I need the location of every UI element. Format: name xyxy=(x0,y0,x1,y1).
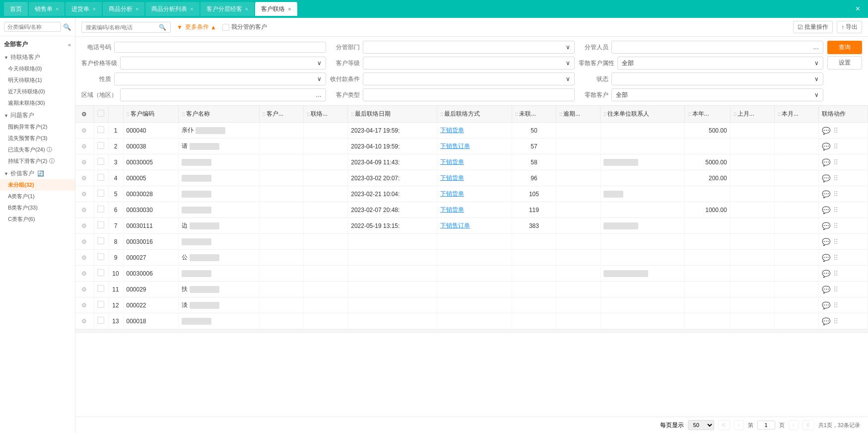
query-button[interactable]: 查询 xyxy=(827,41,862,54)
my-customers-check[interactable] xyxy=(222,24,229,31)
cell-settings[interactable]: ⚙ xyxy=(75,170,93,186)
cell-settings[interactable]: ⚙ xyxy=(75,234,93,250)
tab-customer-contact[interactable]: 客户联络 × xyxy=(255,2,297,16)
more-action-icon[interactable]: ⠿ xyxy=(833,254,838,262)
col-checkbox[interactable] xyxy=(93,106,108,123)
more-action-icon[interactable]: ⠿ xyxy=(833,238,838,246)
contact-method-link[interactable]: 下销售订单 xyxy=(440,222,470,229)
reset-button[interactable]: 设置 xyxy=(827,56,862,70)
filter-nature-select[interactable]: ∨ xyxy=(114,72,326,85)
contact-method-link[interactable]: 下销货单 xyxy=(440,174,464,181)
col-last-contact-method[interactable]: ::最后联络方式 xyxy=(437,106,512,123)
col-this-month[interactable]: ::本月... xyxy=(774,106,818,123)
page-size-select[interactable]: 50 100 200 xyxy=(688,420,714,430)
sidebar-item-churned[interactable]: 已流失客户(24) ⓘ xyxy=(0,144,75,155)
contact-method-link[interactable]: 下销售订单 xyxy=(440,143,470,149)
message-action-icon[interactable]: 💬 xyxy=(822,127,830,135)
cell-last-contact-method[interactable] xyxy=(437,266,512,282)
message-action-icon[interactable]: 💬 xyxy=(822,143,830,150)
tab-analysis[interactable]: 商品分析 × xyxy=(103,2,144,16)
row-settings-icon[interactable]: ⚙ xyxy=(81,143,87,150)
more-action-icon[interactable]: ⠿ xyxy=(833,174,838,182)
row-settings-icon[interactable]: ⚙ xyxy=(81,175,87,182)
cell-checkbox[interactable] xyxy=(93,266,108,282)
contact-method-link[interactable]: 下销货单 xyxy=(440,158,464,165)
message-action-icon[interactable]: 💬 xyxy=(822,254,830,262)
sidebar-group-problem[interactable]: ▼ 问题客户 xyxy=(0,109,75,121)
cell-checkbox[interactable] xyxy=(93,282,108,297)
cell-settings[interactable]: ⚙ xyxy=(75,250,93,266)
more-action-icon[interactable]: ⠿ xyxy=(833,286,838,293)
row-settings-icon[interactable]: ⚙ xyxy=(81,270,87,277)
row-checkbox[interactable] xyxy=(97,190,104,197)
window-close-button[interactable]: × xyxy=(852,4,864,13)
sidebar-item-declining[interactable]: 持续下滑客户(2) ⓘ xyxy=(0,155,75,167)
message-action-icon[interactable]: 💬 xyxy=(822,158,830,166)
tab-customer-segment[interactable]: 客户分层经客 × xyxy=(200,2,254,16)
cell-checkbox[interactable] xyxy=(93,202,108,218)
row-settings-icon[interactable]: ⚙ xyxy=(81,238,87,245)
horizontal-scrollbar[interactable] xyxy=(75,329,868,333)
row-settings-icon[interactable]: ⚙ xyxy=(81,191,87,198)
cell-checkbox[interactable] xyxy=(93,186,108,202)
cell-checkbox[interactable] xyxy=(93,170,108,186)
search-icon[interactable]: 🔍 xyxy=(159,24,166,31)
col-overdue[interactable]: ::逾期... xyxy=(556,106,601,123)
filter-retail-attr-select[interactable]: 全部 ∨ xyxy=(617,57,823,70)
tab-sales-close[interactable]: × xyxy=(56,6,59,12)
filter-dept-select[interactable]: ∨ xyxy=(363,41,575,54)
header-checkbox[interactable] xyxy=(97,110,104,117)
cell-settings[interactable]: ⚙ xyxy=(75,186,93,202)
cell-last-contact-method[interactable] xyxy=(437,282,512,297)
sidebar-group-value[interactable]: ▼ 价值客户 🔄 xyxy=(0,167,75,179)
filter-customer-level-select[interactable]: ∨ xyxy=(363,57,575,70)
filter-payment-select[interactable]: ∨ xyxy=(363,72,575,85)
tab-purchase-close[interactable]: × xyxy=(92,6,95,12)
message-action-icon[interactable]: 💬 xyxy=(822,301,830,309)
more-action-icon[interactable]: ⠿ xyxy=(833,158,838,166)
row-checkbox[interactable] xyxy=(97,269,104,276)
row-settings-icon[interactable]: ⚙ xyxy=(81,207,87,214)
all-customers-header[interactable]: 全部客户 « xyxy=(0,36,75,51)
message-action-icon[interactable]: 💬 xyxy=(822,317,830,325)
sidebar-item-class-a[interactable]: A类客户(1) xyxy=(0,191,75,202)
col-last-contact-date[interactable]: ::最后联络日期 xyxy=(348,106,437,123)
row-checkbox[interactable] xyxy=(97,142,104,149)
message-action-icon[interactable]: 💬 xyxy=(822,286,830,293)
cell-settings[interactable]: ⚙ xyxy=(75,266,93,282)
col-type[interactable]: ::客户... xyxy=(259,106,303,123)
row-settings-icon[interactable]: ⚙ xyxy=(81,286,87,293)
cell-settings[interactable]: ⚙ xyxy=(75,123,93,139)
prev-page-button[interactable]: ‹ xyxy=(734,420,744,430)
last-page-button[interactable]: K xyxy=(802,420,814,430)
cell-last-contact-method[interactable]: 下销货单 xyxy=(437,170,512,186)
contact-method-link[interactable]: 下销货单 xyxy=(440,206,464,213)
sidebar-collapse-icon[interactable]: « xyxy=(68,42,71,48)
col-last-month[interactable]: ::上月... xyxy=(730,106,774,123)
my-customers-checkbox[interactable]: 我分管的客户 xyxy=(222,23,267,31)
cell-checkbox[interactable] xyxy=(93,297,108,313)
tab-analysis-close[interactable]: × xyxy=(135,6,138,12)
cell-checkbox[interactable] xyxy=(93,250,108,266)
cell-last-contact-method[interactable] xyxy=(437,234,512,250)
more-action-icon[interactable]: ⠿ xyxy=(833,143,838,150)
cell-checkbox[interactable] xyxy=(93,313,108,329)
row-checkbox[interactable] xyxy=(97,174,104,181)
sidebar-item-class-b[interactable]: B类客户(33) xyxy=(0,202,75,214)
cell-last-contact-method[interactable]: 下销售订单 xyxy=(437,139,512,154)
contact-method-link[interactable]: 下销货单 xyxy=(440,127,464,134)
col-contact[interactable]: ::联络... xyxy=(304,106,348,123)
sidebar-search-icon[interactable]: 🔍 xyxy=(63,23,71,31)
first-page-button[interactable]: K xyxy=(718,420,730,430)
col-not-contact[interactable]: ::未联... xyxy=(512,106,556,123)
row-checkbox[interactable] xyxy=(97,237,104,244)
message-action-icon[interactable]: 💬 xyxy=(822,174,830,182)
tab-analysis-list-close[interactable]: × xyxy=(190,6,193,12)
cell-settings[interactable]: ⚙ xyxy=(75,139,93,154)
cell-last-contact-method[interactable]: 下销货单 xyxy=(437,123,512,139)
cell-settings[interactable]: ⚙ xyxy=(75,297,93,313)
col-settings[interactable]: ⚙ xyxy=(75,106,93,123)
filter-region-select[interactable]: … xyxy=(120,88,326,101)
tab-customer-segment-close[interactable]: × xyxy=(245,6,248,12)
value-refresh-icon[interactable]: 🔄 xyxy=(37,170,44,177)
